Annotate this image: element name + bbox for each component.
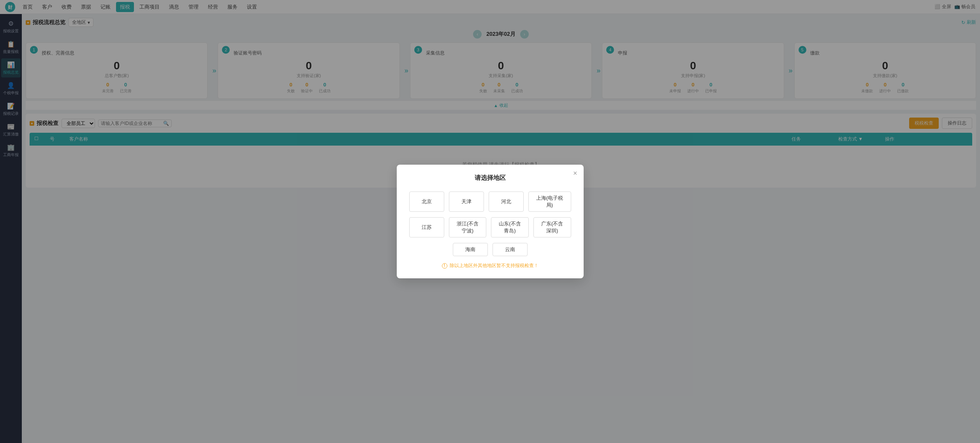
region-grid: 北京 天津 河北 上海(电子税局) 江苏 浙江(不含宁波) 山东(不含青岛) 广… xyxy=(409,192,571,256)
modal-overlay[interactable]: × 请选择地区 北京 天津 河北 上海(电子税局) 江苏 浙江(不含宁波) 山东… xyxy=(0,0,980,443)
warning-icon: ! xyxy=(442,263,447,269)
region-beijing[interactable]: 北京 xyxy=(409,192,444,212)
region-row-2: 江苏 浙江(不含宁波) 山东(不含青岛) 广东(不含深圳) xyxy=(409,217,571,237)
region-row-1: 北京 天津 河北 上海(电子税局) xyxy=(409,192,571,212)
region-row-3: 海南 云南 xyxy=(409,243,571,256)
modal-warning: ! 除以上地区外其他地区暂不支持报税检查！ xyxy=(409,262,571,269)
region-modal: × 请选择地区 北京 天津 河北 上海(电子税局) 江苏 浙江(不含宁波) 山东… xyxy=(397,165,584,278)
region-guangdong[interactable]: 广东(不含深圳) xyxy=(533,217,571,237)
region-tianjin[interactable]: 天津 xyxy=(449,192,484,212)
region-zhejiang[interactable]: 浙江(不含宁波) xyxy=(449,217,487,237)
warning-text: 除以上地区外其他地区暂不支持报税检查！ xyxy=(450,262,538,269)
region-hebei[interactable]: 河北 xyxy=(489,192,524,212)
region-yunnan[interactable]: 云南 xyxy=(493,243,528,256)
modal-close-button[interactable]: × xyxy=(573,169,577,178)
region-hainan[interactable]: 海南 xyxy=(453,243,488,256)
region-jiangsu[interactable]: 江苏 xyxy=(409,217,444,237)
region-shandong[interactable]: 山东(不含青岛) xyxy=(491,217,529,237)
region-shanghai[interactable]: 上海(电子税局) xyxy=(528,192,571,212)
modal-title: 请选择地区 xyxy=(409,174,571,182)
